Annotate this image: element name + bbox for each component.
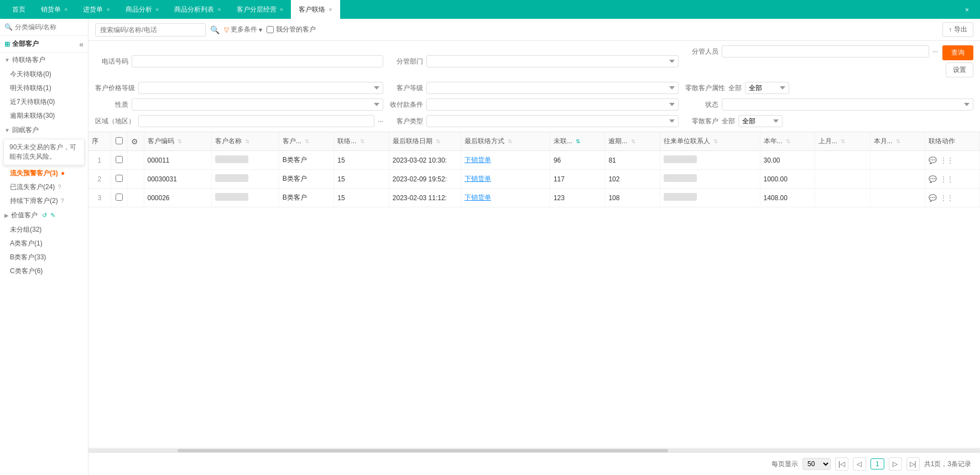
sort-this-month-icon[interactable]: ⇅ bbox=[896, 138, 900, 144]
row-this-year-2: 1408.00 bbox=[760, 189, 815, 207]
export-button[interactable]: ↑ 导出 bbox=[942, 22, 973, 37]
col-contact: 联络... ⇅ bbox=[334, 132, 389, 151]
row-gear-0 bbox=[127, 151, 144, 170]
first-page-button[interactable]: |◁ bbox=[835, 457, 848, 471]
sort-this-year-icon[interactable]: ⇅ bbox=[786, 138, 790, 144]
sidebar-group-pending-contact[interactable]: ▼ 待联络客户 bbox=[0, 53, 88, 67]
close-customer-connect-icon[interactable]: × bbox=[329, 6, 332, 13]
query-button[interactable]: 查询 bbox=[942, 45, 973, 60]
sort-overdue-icon[interactable]: ⇅ bbox=[631, 138, 635, 144]
customer-grade-select[interactable] bbox=[426, 82, 678, 94]
close-all-button[interactable]: × bbox=[958, 4, 976, 14]
action-more-icon-1[interactable]: ⋮⋮ bbox=[940, 175, 953, 183]
phone-input[interactable] bbox=[132, 55, 383, 67]
zero-attr-select[interactable]: 全部 bbox=[745, 82, 789, 94]
action-chat-icon-1[interactable]: 💬 bbox=[929, 175, 937, 183]
tab-product-list[interactable]: 商品分析列表 × bbox=[166, 0, 228, 19]
sort-related-person-icon[interactable]: ⇅ bbox=[713, 138, 718, 144]
payment-select[interactable] bbox=[426, 98, 678, 111]
sidebar-item-class-a[interactable]: A类客户(1) bbox=[0, 237, 88, 250]
sidebar-item-class-c[interactable]: C类客户(6) bbox=[0, 264, 88, 278]
search-input[interactable] bbox=[95, 23, 206, 36]
select-all-checkbox[interactable] bbox=[116, 137, 123, 144]
arrow-down-icon: ▼ bbox=[4, 57, 10, 63]
row-overdue-2: 108 bbox=[605, 189, 660, 207]
current-page: 1 bbox=[870, 458, 884, 469]
person-more-button[interactable]: ··· bbox=[932, 48, 938, 55]
person-input[interactable] bbox=[722, 45, 929, 58]
sidebar-item-churn-warning[interactable]: 流失预警客户(3) ● bbox=[0, 166, 88, 180]
pending-contact-label: 待联络客户 bbox=[12, 55, 45, 65]
action-chat-icon-0[interactable]: 💬 bbox=[929, 156, 937, 164]
sort-no-contact-icon[interactable]: ⇅ bbox=[576, 138, 580, 144]
row-last-method-1: 下销货单 bbox=[461, 170, 550, 189]
sidebar-item-already-churn[interactable]: 已流失客户(24) ? bbox=[0, 180, 88, 194]
sidebar-search-icon: 🔍 bbox=[4, 23, 13, 31]
action-chat-icon-2[interactable]: 💬 bbox=[929, 194, 937, 202]
row-checkbox-1[interactable] bbox=[116, 175, 123, 182]
col-action: 联络动作 bbox=[925, 132, 980, 151]
more-conditions-button[interactable]: ▽ 更多条件 ▾ bbox=[224, 25, 262, 34]
sidebar-item-today[interactable]: 今天待联络(0) bbox=[0, 67, 88, 81]
last-page-button[interactable]: ▷| bbox=[906, 457, 920, 471]
row-this-month-2 bbox=[870, 189, 925, 207]
per-page-select[interactable]: 50 20 100 bbox=[802, 458, 831, 470]
horizontal-scrollbar[interactable] bbox=[88, 448, 980, 452]
row-last-date-0: 2023-03-02 10:30: bbox=[389, 151, 461, 170]
zero-customer-select[interactable]: 全部 bbox=[738, 115, 783, 127]
sidebar-item-tomorrow[interactable]: 明天待联络(1) bbox=[0, 81, 88, 95]
my-customers-checkbox-label[interactable]: 我分管的客户 bbox=[267, 25, 316, 34]
sort-date-icon[interactable]: ⇅ bbox=[436, 138, 440, 144]
sort-name-icon[interactable]: ⇅ bbox=[245, 138, 249, 144]
close-customer-segment-icon[interactable]: × bbox=[280, 6, 283, 13]
sort-contact-icon[interactable]: ⇅ bbox=[360, 138, 364, 144]
sidebar-item-unsegmented[interactable]: 未分组(32) bbox=[0, 223, 88, 237]
customer-type-select[interactable] bbox=[426, 115, 678, 127]
sidebar-item-class-b[interactable]: B类客户(33) bbox=[0, 250, 88, 264]
scrollbar-thumb[interactable] bbox=[178, 449, 668, 452]
sort-method-icon[interactable]: ⇅ bbox=[508, 138, 512, 144]
settings-button[interactable]: 设置 bbox=[946, 62, 973, 77]
tab-customer-segment[interactable]: 客户分层经营 × bbox=[229, 0, 291, 19]
tab-home[interactable]: 首页 bbox=[4, 0, 33, 19]
dept-select[interactable] bbox=[426, 55, 678, 67]
tab-purchase[interactable]: 进货单 × bbox=[75, 0, 117, 19]
region-input[interactable] bbox=[138, 115, 374, 127]
status-select[interactable] bbox=[722, 98, 973, 111]
tab-customer-connect[interactable]: 客户联络 × bbox=[291, 0, 340, 19]
tab-product-analysis[interactable]: 商品分析 × bbox=[118, 0, 166, 19]
close-product-analysis-icon[interactable]: × bbox=[155, 6, 159, 13]
row-action-1: 💬 ⋮⋮ bbox=[925, 170, 980, 189]
sidebar-search-input[interactable] bbox=[15, 23, 88, 31]
nature-select[interactable] bbox=[132, 98, 383, 111]
tab-purchase-label: 进货单 bbox=[83, 5, 103, 14]
row-this-year-0: 30.00 bbox=[760, 151, 815, 170]
collapse-icon[interactable]: « bbox=[79, 40, 84, 49]
close-sales-icon[interactable]: × bbox=[64, 6, 67, 13]
sort-code-icon[interactable]: ⇅ bbox=[178, 138, 182, 144]
sidebar-group-value[interactable]: ▶ 价值客户 ↺ ✎ bbox=[0, 208, 88, 223]
row-checkbox-0[interactable] bbox=[116, 156, 123, 163]
close-purchase-icon[interactable]: × bbox=[106, 6, 110, 13]
sort-category-icon[interactable]: ⇅ bbox=[305, 138, 309, 144]
sidebar-item-7days[interactable]: 近7天待联络(0) bbox=[0, 95, 88, 109]
prev-page-button[interactable]: ◁ bbox=[853, 457, 866, 471]
row-related-person-2 bbox=[660, 189, 760, 207]
my-customers-checkbox[interactable] bbox=[267, 26, 274, 33]
next-page-button[interactable]: ▷ bbox=[889, 457, 902, 471]
region-more-button[interactable]: ··· bbox=[378, 117, 383, 125]
gear-icon[interactable]: ⚙ bbox=[131, 137, 138, 146]
filter-row-payment: 收付款条件 bbox=[390, 98, 678, 111]
price-grade-select[interactable] bbox=[138, 82, 383, 94]
action-more-icon-0[interactable]: ⋮⋮ bbox=[940, 156, 953, 164]
row-checkbox-2[interactable] bbox=[116, 194, 123, 201]
close-product-list-icon[interactable]: × bbox=[217, 6, 221, 13]
action-more-icon-2[interactable]: ⋮⋮ bbox=[940, 194, 953, 202]
sidebar-group-churn[interactable]: ▼ 回眠客户 bbox=[0, 123, 88, 138]
sidebar-item-overdue[interactable]: 逾期未联络(30) bbox=[0, 109, 88, 123]
search-btn-icon[interactable]: 🔍 bbox=[210, 25, 220, 34]
filter-row-dept: 分管部门 bbox=[390, 45, 678, 77]
tab-sales[interactable]: 销货单 × bbox=[33, 0, 75, 19]
sort-last-month-icon[interactable]: ⇅ bbox=[841, 138, 845, 144]
sidebar-item-continuous-decline[interactable]: 持续下滑客户(2) ? bbox=[0, 194, 88, 208]
